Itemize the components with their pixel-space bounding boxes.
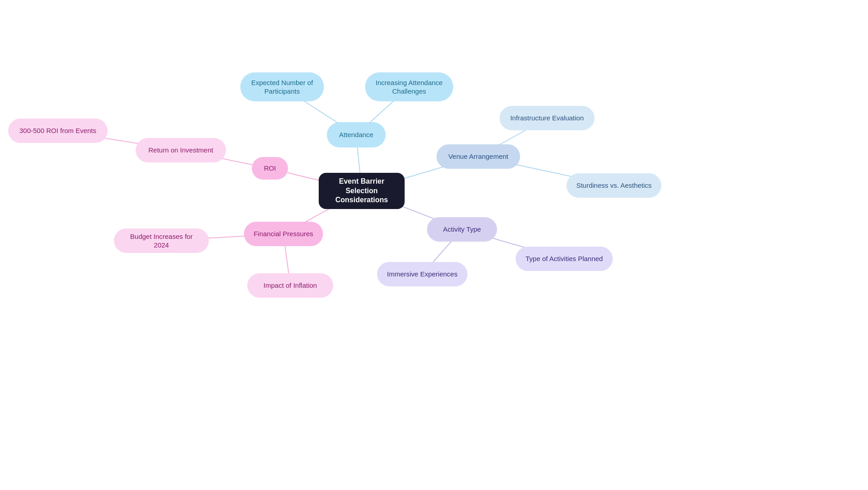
budget-increases-node[interactable]: Budget Increases for 2024: [114, 228, 209, 253]
type-of-activities-node[interactable]: Type of Activities Planned: [516, 247, 613, 271]
activity-type-node[interactable]: Activity Type: [427, 217, 497, 242]
venue-arrangement-node[interactable]: Venue Arrangement: [437, 144, 520, 169]
return-on-investment-node[interactable]: Return on Investment: [136, 138, 226, 162]
infrastructure-eval-label: Infrastructure Evaluation: [510, 114, 584, 123]
attendance-node[interactable]: Attendance: [327, 122, 386, 147]
venue-arrangement-label: Venue Arrangement: [448, 152, 509, 161]
center-label: Event Barrier Selection Considerations: [328, 177, 396, 205]
roi-300-label: 300-500 ROI from Events: [19, 126, 96, 135]
roi-300-node[interactable]: 300-500 ROI from Events: [8, 119, 108, 143]
financial-pressures-node[interactable]: Financial Pressures: [244, 222, 323, 246]
center-node[interactable]: Event Barrier Selection Considerations: [319, 173, 405, 209]
increasing-attendance-node[interactable]: Increasing AttendanceChallenges: [365, 72, 453, 101]
activity-type-label: Activity Type: [443, 225, 481, 234]
immersive-experiences-node[interactable]: Immersive Experiences: [377, 262, 467, 286]
mind-map: Event Barrier Selection Considerations A…: [0, 0, 868, 490]
financial-pressures-label: Financial Pressures: [254, 229, 313, 238]
sturdiness-node[interactable]: Sturdiness vs. Aesthetics: [566, 173, 661, 198]
expected-participants-node[interactable]: Expected Number ofParticipants: [241, 72, 324, 101]
attendance-label: Attendance: [339, 130, 373, 139]
type-of-activities-label: Type of Activities Planned: [526, 254, 603, 263]
immersive-experiences-label: Immersive Experiences: [387, 270, 458, 279]
return-on-investment-label: Return on Investment: [148, 146, 213, 155]
expected-participants-label: Expected Number ofParticipants: [251, 78, 313, 96]
impact-of-inflation-label: Impact of Inflation: [264, 281, 317, 290]
roi-label: ROI: [264, 164, 276, 173]
sturdiness-label: Sturdiness vs. Aesthetics: [576, 181, 652, 190]
increasing-attendance-label: Increasing AttendanceChallenges: [376, 78, 443, 96]
infrastructure-eval-node[interactable]: Infrastructure Evaluation: [500, 106, 594, 130]
roi-node[interactable]: ROI: [252, 157, 288, 180]
impact-of-inflation-node[interactable]: Impact of Inflation: [247, 273, 333, 298]
budget-increases-label: Budget Increases for 2024: [123, 232, 200, 250]
